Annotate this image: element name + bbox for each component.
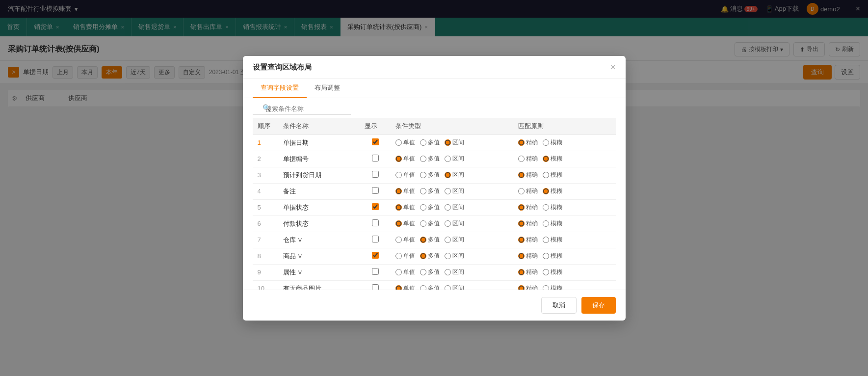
table-row: 9属性 ∨单值多值区间精确模糊 — [253, 264, 616, 280]
match-radio-exact-7[interactable] — [518, 253, 525, 259]
type-radio-single-0[interactable] — [395, 139, 402, 146]
type-radio-single-2[interactable] — [395, 172, 402, 178]
row-match-2: 精确模糊 — [513, 167, 615, 183]
row-order-2: 3 — [253, 167, 278, 183]
match-radio-fuzzy-4[interactable] — [543, 204, 549, 211]
type-radio-multi-6[interactable] — [420, 237, 426, 243]
show-checkbox-1[interactable] — [372, 155, 379, 161]
row-match-7: 精确模糊 — [513, 248, 615, 264]
row-show-4 — [360, 199, 391, 215]
type-radio-single-4[interactable] — [395, 204, 402, 211]
modal-title: 设置查询区域布局 — [253, 63, 312, 72]
type-radio-multi-1[interactable] — [420, 156, 426, 162]
type-radio-multi-8[interactable] — [420, 269, 426, 275]
match-radio-fuzzy-8[interactable] — [543, 269, 549, 275]
modal-tabs: 查询字段设置 布局调整 — [243, 79, 626, 98]
type-radio-multi-2[interactable] — [420, 172, 426, 178]
row-type-3: 单值多值区间 — [391, 183, 513, 199]
modal-tab-layout[interactable]: 布局调整 — [307, 79, 348, 98]
type-radio-range-2[interactable] — [445, 172, 451, 178]
table-row: 7仓库 ∨单值多值区间精确模糊 — [253, 232, 616, 248]
match-radio-fuzzy-5[interactable] — [543, 220, 549, 227]
row-show-7 — [360, 248, 391, 264]
modal-tab-field-settings[interactable]: 查询字段设置 — [253, 79, 307, 98]
show-checkbox-4[interactable] — [372, 203, 379, 210]
type-radio-multi-3[interactable] — [420, 188, 426, 194]
row-show-1 — [360, 151, 391, 167]
type-radio-single-5[interactable] — [395, 220, 402, 227]
show-checkbox-6[interactable] — [372, 236, 379, 242]
th-type: 条件类型 — [391, 118, 513, 135]
type-radio-range-6[interactable] — [445, 237, 451, 243]
row-show-6 — [360, 232, 391, 248]
show-checkbox-2[interactable] — [372, 171, 379, 178]
type-radio-single-1[interactable] — [395, 156, 402, 162]
th-name: 条件名称 — [278, 118, 360, 135]
match-radio-fuzzy-1[interactable] — [543, 156, 549, 162]
row-name-1: 单据编号 — [278, 151, 360, 167]
modal-close-btn[interactable]: × — [610, 63, 616, 72]
type-radio-range-7[interactable] — [445, 253, 451, 259]
row-show-3 — [360, 183, 391, 199]
match-radio-fuzzy-2[interactable] — [543, 172, 549, 178]
type-radio-range-3[interactable] — [445, 188, 451, 194]
row-order-8: 9 — [253, 264, 278, 280]
match-radio-exact-2[interactable] — [518, 172, 525, 178]
modal-table: 顺序 条件名称 显示 条件类型 匹配原则 — [253, 118, 616, 281]
type-radio-multi-4[interactable] — [420, 204, 426, 211]
type-radio-range-8[interactable] — [445, 269, 451, 275]
type-radio-range-4[interactable] — [445, 204, 451, 211]
type-radio-range-5[interactable] — [445, 220, 451, 227]
match-radio-exact-4[interactable] — [518, 204, 525, 211]
row-type-4: 单值多值区间 — [391, 199, 513, 215]
row-type-0: 单值多值区间 — [391, 134, 513, 151]
row-show-2 — [360, 167, 391, 183]
match-radio-fuzzy-3[interactable] — [543, 188, 549, 194]
type-radio-single-6[interactable] — [395, 237, 402, 243]
match-radio-exact-3[interactable] — [518, 188, 525, 194]
type-radio-single-7[interactable] — [395, 253, 402, 259]
match-radio-fuzzy-7[interactable] — [543, 253, 549, 259]
modal-tab-field-settings-label: 查询字段设置 — [261, 84, 299, 91]
table-row: 8商品 ∨单值多值区间精确模糊 — [253, 248, 616, 264]
row-order-6: 7 — [253, 232, 278, 248]
show-checkbox-0[interactable] — [372, 138, 379, 145]
modal-search-icon: 🔍 — [263, 104, 271, 112]
show-checkbox-7[interactable] — [372, 252, 379, 259]
row-type-5: 单值多值区间 — [391, 215, 513, 232]
type-radio-single-3[interactable] — [395, 188, 402, 194]
type-radio-multi-7[interactable] — [420, 253, 426, 259]
match-radio-exact-1[interactable] — [518, 156, 525, 162]
row-match-1: 精确模糊 — [513, 151, 615, 167]
row-order-4: 5 — [253, 199, 278, 215]
type-radio-multi-5[interactable] — [420, 220, 426, 227]
row-match-0: 精确模糊 — [513, 134, 615, 151]
show-checkbox-3[interactable] — [372, 187, 379, 194]
match-radio-exact-8[interactable] — [518, 269, 525, 275]
type-radio-multi-0[interactable] — [420, 139, 426, 146]
row-match-3: 精确模糊 — [513, 183, 615, 199]
match-radio-fuzzy-0[interactable] — [543, 139, 549, 146]
row-name-4: 单据状态 — [278, 199, 360, 215]
row-order-7: 8 — [253, 248, 278, 264]
match-radio-exact-5[interactable] — [518, 220, 525, 227]
row-show-8 — [360, 264, 391, 280]
match-radio-fuzzy-6[interactable] — [543, 237, 549, 243]
type-radio-range-0[interactable] — [445, 139, 451, 146]
type-radio-range-1[interactable] — [445, 156, 451, 162]
type-radio-single-8[interactable] — [395, 269, 402, 275]
table-row: 1单据日期单值多值区间精确模糊 — [253, 134, 616, 151]
match-radio-exact-0[interactable] — [518, 139, 525, 146]
table-row: 3预计到货日期单值多值区间精确模糊 — [253, 167, 616, 183]
row-type-6: 单值多值区间 — [391, 232, 513, 248]
show-checkbox-5[interactable] — [372, 219, 379, 226]
modal-dialog: 设置查询区域布局 × 查询字段设置 布局调整 🔍 顺序 — [243, 56, 626, 281]
row-name-0: 单据日期 — [278, 134, 360, 151]
row-name-2: 预计到货日期 — [278, 167, 360, 183]
modal-search-area: 🔍 — [243, 98, 626, 118]
match-radio-exact-6[interactable] — [518, 237, 525, 243]
row-match-8: 精确模糊 — [513, 264, 615, 280]
row-match-5: 精确模糊 — [513, 215, 615, 232]
th-match: 匹配原则 — [513, 118, 615, 135]
show-checkbox-8[interactable] — [372, 268, 379, 275]
